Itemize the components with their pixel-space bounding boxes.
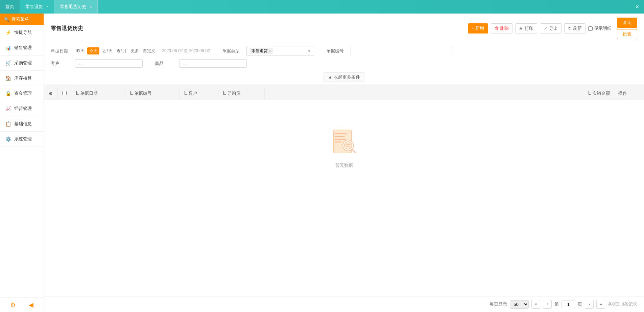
- settings-button[interactable]: 设置: [617, 29, 637, 39]
- table-area: ⚙ ⇅ 单据日期 ⇅ 单据编号 ⇅ 客户 ⇅ 导购员 ⇅ 实销金额 操作: [44, 88, 644, 312]
- sidebar-collapse-icon[interactable]: ◀: [29, 301, 33, 309]
- next-page-button[interactable]: ›: [585, 300, 594, 309]
- sidebar-item-icon-purchase: 🛒: [5, 60, 11, 66]
- date-filter-label: 单据日期: [51, 48, 71, 54]
- doc-type-label: 单据类型: [222, 48, 242, 54]
- th-actions: 操作: [614, 88, 644, 99]
- display-toggle-checkbox[interactable]: [588, 26, 593, 31]
- date-shortcut-近1月[interactable]: 近1月: [115, 47, 128, 54]
- sidebar-search[interactable]: 🔍 搜索菜单: [0, 14, 44, 25]
- svg-point-6: [344, 142, 352, 149]
- tab-零售退货[interactable]: 零售退货×: [20, 0, 54, 14]
- first-page-button[interactable]: «: [531, 300, 540, 309]
- doc-no-input[interactable]: [351, 47, 452, 55]
- display-toggle-label: 显示明细: [594, 25, 612, 31]
- tab-首页[interactable]: 首页: [0, 0, 20, 14]
- th-amount-label: ⇅ 实销金额: [588, 91, 610, 96]
- tab-零售退货历史[interactable]: 零售退货历史×: [54, 0, 98, 14]
- display-toggle[interactable]: 显示明细: [588, 25, 612, 31]
- doc-type-select[interactable]: 零售退货 × ▼: [246, 46, 314, 56]
- delete-button[interactable]: 🗑 删除: [491, 23, 513, 34]
- svg-rect-2: [335, 136, 345, 137]
- th-settings[interactable]: ⚙: [44, 88, 57, 99]
- svg-rect-4: [335, 141, 341, 142]
- data-table: ⚙ ⇅ 单据日期 ⇅ 单据编号 ⇅ 客户 ⇅ 导购员 ⇅ 实销金额 操作: [44, 88, 644, 99]
- main-layout: 🔍 搜索菜单 ⚡快捷导航📊销售管理🛒采购管理🏠库存核算🔒资金管理📈经营管理📋基础…: [0, 14, 644, 312]
- sidebar-item-label-purchase: 采购管理: [14, 60, 32, 66]
- date-shortcut-昨天[interactable]: 昨天: [75, 47, 86, 54]
- th-guide-label: ⇅ 导购员: [222, 91, 241, 96]
- sidebar-item-label-inventory: 库存核算: [14, 75, 32, 81]
- sidebar-item-icon-finance: 🔒: [5, 90, 11, 97]
- sidebar-item-icon-inventory: 🏠: [5, 75, 11, 82]
- sidebar-item-quick-nav[interactable]: ⚡快捷导航: [0, 25, 44, 40]
- date-shortcut-自定义[interactable]: 自定义: [142, 47, 157, 54]
- top-bar: 首页零售退货×零售退货历史× ×: [0, 0, 644, 14]
- goods-label: 商品: [155, 61, 175, 67]
- th-customer-label: ⇅ 客户: [184, 91, 197, 96]
- tab-close-零售退货历史[interactable]: ×: [90, 4, 92, 9]
- query-button[interactable]: 查询: [617, 18, 637, 28]
- last-page-button[interactable]: »: [596, 300, 605, 309]
- th-date: ⇅ 单据日期: [71, 88, 125, 99]
- page-label: 第: [554, 301, 559, 307]
- sidebar-item-purchase[interactable]: 🛒采购管理: [0, 55, 44, 71]
- sidebar-item-icon-quick-nav: ⚡: [5, 29, 11, 36]
- tab-close-零售退货[interactable]: ×: [46, 4, 49, 9]
- sidebar-settings-icon[interactable]: ⚙: [10, 301, 16, 309]
- page-header: 零售退货历史 + 新增 🗑 删除 🖨 打印 ↗ 导出 ↻ 刷新 显示明细 查询 …: [44, 14, 644, 85]
- date-shortcut-更多[interactable]: 更多: [129, 47, 140, 54]
- sidebar: 🔍 搜索菜单 ⚡快捷导航📊销售管理🛒采购管理🏠库存核算🔒资金管理📈经营管理📋基础…: [0, 14, 44, 312]
- sidebar-bottom: ⚙ ◀: [0, 297, 44, 312]
- date-shortcut-近7天[interactable]: 近7天: [101, 47, 114, 54]
- doc-type-tag: 零售退货 ×: [249, 48, 273, 54]
- goods-select[interactable]: ...: [179, 59, 247, 68]
- th-doc-no-label: ⇅ 单据编号: [129, 91, 152, 96]
- sidebar-item-label-system: 系统管理: [14, 136, 32, 142]
- page-number-input[interactable]: [562, 300, 575, 308]
- date-range-display: 2023-06-02 至 2023-06-02: [162, 48, 210, 54]
- customer-label: 客户: [51, 61, 71, 67]
- sidebar-item-icon-system: ⚙️: [5, 136, 11, 142]
- sidebar-item-finance[interactable]: 🔒资金管理: [0, 86, 44, 101]
- content-area: 零售退货历史 + 新增 🗑 删除 🖨 打印 ↗ 导出 ↻ 刷新 显示明细 查询 …: [44, 14, 644, 312]
- prev-page-button[interactable]: ‹: [543, 300, 552, 309]
- sidebar-item-operations[interactable]: 📈经营管理: [0, 101, 44, 116]
- collapse-button[interactable]: ▲ 收起更多条件: [324, 72, 364, 82]
- customer-select[interactable]: ...: [75, 59, 143, 68]
- sidebar-item-icon-sales: 📊: [5, 44, 11, 51]
- table-container: ⚙ ⇅ 单据日期 ⇅ 单据编号 ⇅ 客户 ⇅ 导购员 ⇅ 实销金额 操作: [44, 88, 644, 296]
- filter-row-1: 单据日期 昨天今天近7天近1月更多自定义 2023-06-02 至 2023-0…: [51, 46, 637, 56]
- sidebar-item-sales[interactable]: 📊销售管理: [0, 40, 44, 55]
- window-close-button[interactable]: ×: [630, 0, 644, 14]
- sidebar-item-basic-info[interactable]: 📋基础信息: [0, 116, 44, 132]
- print-button[interactable]: 🖨 打印: [515, 23, 537, 34]
- doc-type-tag-close[interactable]: ×: [269, 49, 271, 53]
- select-all-checkbox[interactable]: [62, 91, 67, 95]
- empty-text: 暂无数据: [335, 162, 353, 169]
- page-size-select[interactable]: 102050100: [510, 300, 529, 309]
- empty-state: 暂无数据: [44, 99, 644, 196]
- collapse-row: ▲ 收起更多条件: [51, 71, 637, 85]
- sidebar-item-label-quick-nav: 快捷导航: [14, 29, 32, 36]
- pagination: 每页显示 102050100 « ‹ 第 页 › » 共0页, 0条记录: [44, 296, 644, 312]
- sidebar-item-label-finance: 资金管理: [14, 90, 32, 96]
- sidebar-item-system[interactable]: ⚙️系统管理: [0, 132, 44, 147]
- page-suffix: 页: [578, 301, 582, 307]
- sidebar-item-label-basic-info: 基础信息: [14, 121, 32, 127]
- date-shortcuts: 昨天今天近7天近1月更多自定义: [75, 47, 157, 54]
- th-checkbox[interactable]: [57, 88, 71, 99]
- refresh-button[interactable]: ↻ 刷新: [564, 23, 586, 34]
- svg-rect-1: [335, 133, 347, 134]
- total-info: 共0页, 0条记录: [608, 301, 637, 307]
- th-doc-no: ⇅ 单据编号: [125, 88, 179, 99]
- sidebar-item-inventory[interactable]: 🏠库存核算: [0, 71, 44, 86]
- add-button[interactable]: + 新增: [468, 23, 488, 34]
- sidebar-item-icon-operations: 📈: [5, 105, 11, 112]
- search-icon: 🔍: [4, 17, 9, 22]
- date-shortcut-今天[interactable]: 今天: [87, 47, 99, 54]
- toolbar: + 新增 🗑 删除 🖨 打印 ↗ 导出 ↻ 刷新 显示明细 查询 设置: [468, 18, 637, 39]
- th-spacer: [264, 88, 560, 99]
- export-button[interactable]: ↗ 导出: [540, 23, 562, 34]
- doc-no-label: 单据编号: [326, 48, 347, 54]
